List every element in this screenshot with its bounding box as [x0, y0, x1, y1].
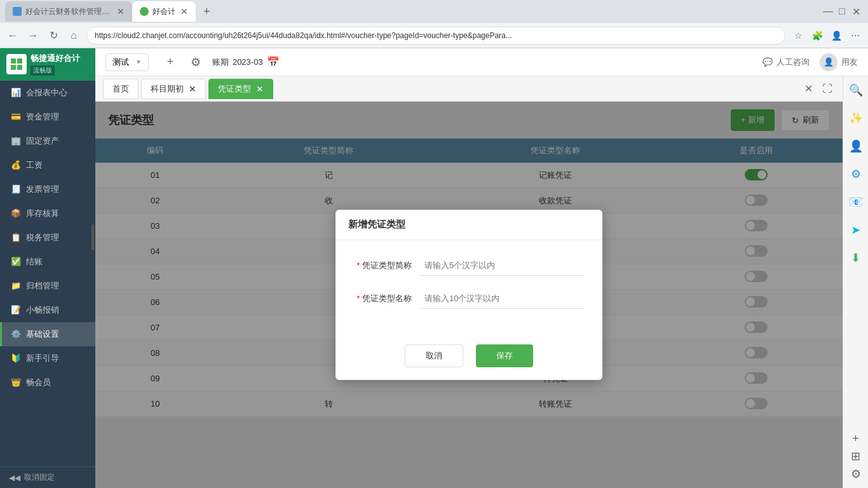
minimize-button[interactable]: — — [824, 7, 832, 16]
save-button[interactable]: 保存 — [476, 344, 533, 367]
fund-icon: 💳 — [11, 112, 21, 122]
tab-maximize-button[interactable]: ⛶ — [820, 81, 835, 97]
forward-button[interactable]: → — [25, 28, 41, 43]
sidebar-item-report-center[interactable]: 📊 会报表中心 — [0, 81, 95, 105]
tab-home[interactable]: 首页 — [103, 79, 139, 99]
tab-voucher-type[interactable]: 凭证类型 ✕ — [208, 79, 273, 99]
sidebar-scrollbar[interactable] — [92, 224, 94, 250]
tab-close-1[interactable]: ✕ — [117, 6, 125, 17]
tab-subject-init[interactable]: 科目期初 ✕ — [141, 79, 206, 99]
tax-icon: 📋 — [11, 233, 21, 243]
right-plus-icon[interactable]: + — [847, 430, 865, 447]
tab-close-2[interactable]: ✕ — [180, 6, 188, 17]
browser-tab-1[interactable]: 好会计云财务软件管理系统_会计 ✕ — [5, 1, 132, 22]
name-label: 凭证类型名称 — [355, 293, 412, 304]
tab-minimize-button[interactable]: ✕ — [801, 81, 816, 97]
reload-button[interactable]: ↻ — [46, 28, 61, 43]
guide-icon: 🔰 — [11, 353, 21, 363]
right-settings-icon[interactable]: ⚙ — [847, 165, 865, 183]
user-label: 用友 — [841, 57, 858, 68]
add-voucher-type-modal: 新增凭证类型 凭证类型简称 凭证类型名称 — [336, 210, 602, 380]
sidebar-item-member[interactable]: 👑 畅会员 — [0, 370, 95, 395]
right-download-icon[interactable]: ⬇ — [847, 249, 865, 267]
abbr-input[interactable] — [419, 255, 583, 276]
consult-icon: 💬 — [763, 57, 773, 67]
report-center-icon: 📊 — [11, 88, 21, 98]
sidebar-item-guide[interactable]: 🔰 新手引导 — [0, 346, 95, 370]
sidebar-item-salary[interactable]: 💰 工资 — [0, 153, 95, 177]
browser-tab-2[interactable]: 好会计 ✕ — [132, 1, 196, 22]
sidebar-menu: 📊 会报表中心 💳 资金管理 🏢 固定资产 💰 工资 🧾 发票管理 📦 — [0, 81, 95, 466]
sidebar-item-archive[interactable]: 📁 归档管理 — [0, 274, 95, 298]
svg-rect-2 — [11, 65, 16, 70]
right-arrow-icon[interactable]: ➤ — [847, 221, 865, 239]
svg-rect-1 — [17, 58, 22, 64]
sidebar: 畅捷通好合计 流畅版 📊 会报表中心 💳 资金管理 🏢 固定资产 💰 工资 — [0, 48, 95, 488]
sidebar-item-label-inventory: 库存核算 — [26, 208, 59, 219]
sidebar-item-basic-settings[interactable]: ⚙️ 基础设置 — [0, 322, 95, 346]
tab-favicon-2 — [140, 7, 149, 16]
right-outlook-icon[interactable]: 📧 — [847, 193, 865, 211]
cancel-button[interactable]: 取消 — [405, 344, 463, 367]
calendar-icon[interactable]: 📅 — [267, 56, 280, 68]
consult-label: 人工咨询 — [776, 57, 810, 68]
member-icon: 👑 — [11, 377, 21, 388]
settings-button[interactable]: ⚙ — [187, 53, 205, 71]
cancel-label: 取消 — [426, 351, 442, 360]
workspace-label: 测试 — [112, 57, 129, 68]
close-button[interactable]: ✕ — [851, 7, 860, 16]
svg-rect-3 — [17, 65, 22, 70]
tab-voucher-close[interactable]: ✕ — [256, 84, 264, 94]
fixed-assets-icon: 🏢 — [11, 136, 21, 146]
user-button[interactable]: 👤 用友 — [820, 53, 858, 71]
sidebar-item-label-checkout: 结账 — [26, 256, 43, 268]
modal-header: 新增凭证类型 — [336, 210, 602, 240]
right-grid-icon[interactable]: ⊞ — [847, 447, 865, 465]
right-search-icon[interactable]: 🔍 — [847, 81, 865, 99]
sidebar-item-label-basic: 基础设置 — [26, 329, 59, 340]
sidebar-item-invoice[interactable]: 🧾 发票管理 — [0, 177, 95, 201]
workspace-selector[interactable]: 测试 ▼ — [105, 53, 149, 71]
period-value: 2023-03 — [233, 57, 263, 67]
right-ai-icon[interactable]: ✨ — [847, 109, 865, 127]
profile-icon[interactable]: 👤 — [829, 28, 844, 43]
tab-title-2: 好会计 — [153, 6, 175, 17]
modal-overlay: 新增凭证类型 凭证类型简称 凭证类型名称 — [95, 102, 843, 488]
add-workspace-button[interactable]: + — [161, 53, 179, 71]
user-avatar: 👤 — [820, 53, 837, 71]
back-button[interactable]: ← — [5, 28, 20, 43]
sidebar-item-fixed-assets[interactable]: 🏢 固定资产 — [0, 129, 95, 153]
checkout-icon: ✅ — [11, 257, 21, 267]
modal-footer: 取消 保存 — [336, 337, 602, 380]
name-input[interactable] — [419, 288, 583, 309]
extension-icon[interactable]: 🧩 — [810, 28, 825, 43]
maximize-button[interactable]: □ — [837, 7, 846, 16]
right-user-icon[interactable]: 👤 — [847, 137, 865, 155]
right-gear-icon[interactable]: ⚙ — [847, 465, 865, 483]
tab-title-1: 好会计云财务软件管理系统_会计 — [25, 6, 112, 17]
home-button[interactable]: ⌂ — [66, 28, 81, 43]
tab-home-label: 首页 — [112, 83, 129, 95]
bookmark-icon[interactable]: ☆ — [790, 28, 806, 43]
name-form-row: 凭证类型名称 — [355, 288, 583, 309]
sidebar-item-label-expense: 小畅报销 — [26, 304, 59, 316]
sidebar-item-inventory[interactable]: 📦 库存核算 — [0, 201, 95, 226]
sidebar-item-tax[interactable]: 📋 税务管理 — [0, 226, 95, 250]
logo-badge: 流畅版 — [31, 65, 55, 76]
main-content: 凭证类型 + 新增 ↻ 刷新 — [95, 102, 843, 488]
tab-subject-label: 科目期初 — [151, 83, 184, 95]
sidebar-unpin-button[interactable]: ◀◀ 取消固定 — [0, 466, 95, 488]
sidebar-item-fund[interactable]: 💳 资金管理 — [0, 105, 95, 129]
consult-button[interactable]: 💬 人工咨询 — [763, 57, 810, 68]
sidebar-item-label-member: 畅会员 — [26, 377, 51, 388]
tab-voucher-label: 凭证类型 — [218, 83, 251, 95]
sidebar-item-checkout[interactable]: ✅ 结账 — [0, 250, 95, 274]
address-input[interactable] — [86, 27, 785, 44]
more-icon[interactable]: ⋯ — [848, 28, 863, 43]
sidebar-item-label-fixed: 固定资产 — [26, 135, 59, 147]
sidebar-item-expense[interactable]: 📝 小畅报销 — [0, 298, 95, 322]
modal-title: 新增凭证类型 — [348, 219, 405, 231]
svg-rect-0 — [11, 58, 16, 64]
tab-subject-close[interactable]: ✕ — [189, 84, 196, 94]
new-tab-button[interactable]: + — [201, 5, 213, 18]
